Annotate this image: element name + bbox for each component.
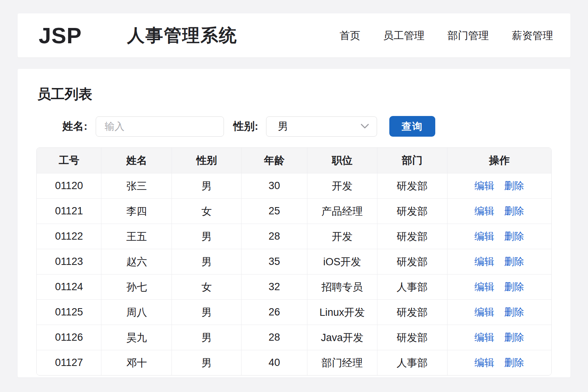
chevron-down-icon [361,124,369,129]
edit-link[interactable]: 编辑 [474,357,494,368]
cell-age: 32 [242,274,307,299]
cell-gender: 男 [172,224,241,249]
delete-link[interactable]: 删除 [504,256,524,267]
table-row: 01124孙七女32招聘专员人事部编辑删除 [37,274,551,299]
cell-department: 研发部 [377,173,448,198]
cell-department: 人事部 [377,274,448,299]
table-row: 01126昊九男28Java开发研发部编辑删除 [37,325,551,350]
cell-id: 01123 [37,249,101,274]
cell-age: 30 [242,173,307,198]
cell-id: 01122 [37,224,101,249]
cell-department: 研发部 [377,299,448,325]
cell-actions: 编辑删除 [448,249,552,274]
cell-name: 昊九 [101,325,172,350]
cell-age: 28 [242,224,307,249]
delete-link[interactable]: 删除 [504,230,524,242]
delete-link[interactable]: 删除 [504,180,524,191]
table-row: 01122王五男28开发研发部编辑删除 [37,224,551,249]
cell-name: 李四 [101,198,172,224]
edit-link[interactable]: 编辑 [474,205,494,217]
cell-position: 招聘专员 [307,274,377,299]
cell-actions: 编辑删除 [448,299,552,325]
cell-age: 28 [242,325,307,350]
column-header-department: 部门 [377,148,448,173]
cell-actions: 编辑删除 [448,224,552,249]
page-title: 员工列表 [37,85,552,104]
cell-age: 35 [242,249,307,274]
nav-item-home[interactable]: 首页 [340,29,360,42]
edit-link[interactable]: 编辑 [474,230,494,242]
column-header-id: 工号 [37,148,101,173]
cell-position: 开发 [307,224,377,249]
cell-gender: 男 [172,350,241,375]
cell-name: 孙七 [101,274,172,299]
edit-link[interactable]: 编辑 [474,306,494,318]
edit-link[interactable]: 编辑 [474,256,494,267]
employee-table-head: 工号 姓名 性别 年龄 职位 部门 操作 [37,148,551,173]
cell-gender: 男 [172,173,241,198]
cell-id: 01125 [37,299,101,325]
employee-table: 工号 姓名 性别 年龄 职位 部门 操作 01120张三男30开发研发部编辑删除… [36,147,552,376]
cell-id: 01121 [37,198,101,224]
nav-item-department-management[interactable]: 部门管理 [448,29,489,42]
delete-link[interactable]: 删除 [504,306,524,318]
cell-department: 研发部 [377,249,448,274]
cell-department: 研发部 [377,325,448,350]
cell-name: 邓十 [101,350,172,375]
table-row: 01125周八男26Linux开发研发部编辑删除 [37,299,551,325]
delete-link[interactable]: 删除 [504,281,524,292]
nav-item-employee-management[interactable]: 员工管理 [383,29,425,42]
cell-name: 张三 [101,173,172,198]
edit-link[interactable]: 编辑 [474,332,494,343]
edit-link[interactable]: 编辑 [474,281,494,292]
delete-link[interactable]: 删除 [504,205,524,217]
gender-select-value: 男 [278,119,361,133]
cell-age: 26 [242,299,307,325]
cell-name: 周八 [101,299,172,325]
app-logo: JSP [39,23,82,48]
cell-age: 25 [242,198,307,224]
cell-department: 人事部 [377,350,448,375]
cell-id: 01120 [37,173,101,198]
cell-actions: 编辑删除 [448,350,552,375]
cell-department: 研发部 [377,224,448,249]
cell-gender: 女 [172,198,241,224]
cell-position: Linux开发 [307,299,377,325]
header-row: 工号 姓名 性别 年龄 职位 部门 操作 [37,148,551,173]
cell-id: 01126 [37,325,101,350]
delete-link[interactable]: 删除 [504,332,524,343]
table-row: 01127邓十男40部门经理人事部编辑删除 [37,350,551,375]
cell-position: 产品经理 [307,198,377,224]
employee-list-panel: 员工列表 姓名: 性别: 男 查询 工号 姓名 性别 年龄 职位 部门 操作 0… [18,69,570,377]
edit-link[interactable]: 编辑 [474,180,494,191]
cell-gender: 男 [172,249,241,274]
cell-position: iOS开发 [307,249,377,274]
employee-table-body: 01120张三男30开发研发部编辑删除01121李四女25产品经理研发部编辑删除… [37,173,551,375]
cell-position: Java开发 [307,325,377,350]
search-button[interactable]: 查询 [389,116,435,137]
table-row: 01121李四女25产品经理研发部编辑删除 [37,198,551,224]
cell-id: 01124 [37,274,101,299]
cell-name: 王五 [101,224,172,249]
filter-bar: 姓名: 性别: 男 查询 [62,116,552,137]
cell-age: 40 [242,350,307,375]
cell-actions: 编辑删除 [448,173,552,198]
name-filter-input[interactable] [96,116,224,137]
cell-position: 开发 [307,173,377,198]
app-title: 人事管理系统 [127,24,237,47]
cell-actions: 编辑删除 [448,274,552,299]
column-header-position: 职位 [307,148,377,173]
column-header-age: 年龄 [242,148,307,173]
cell-gender: 男 [172,325,241,350]
delete-link[interactable]: 删除 [504,357,524,368]
cell-gender: 男 [172,299,241,325]
nav-item-salary-management[interactable]: 薪资管理 [512,29,553,42]
cell-gender: 女 [172,274,241,299]
column-header-actions: 操作 [448,148,552,173]
gender-filter-label: 性别: [233,119,258,134]
column-header-name: 姓名 [101,148,172,173]
table-row: 01123赵六男35iOS开发研发部编辑删除 [37,249,551,274]
table-row: 01120张三男30开发研发部编辑删除 [37,173,551,198]
cell-name: 赵六 [101,249,172,274]
gender-select[interactable]: 男 [266,116,377,137]
